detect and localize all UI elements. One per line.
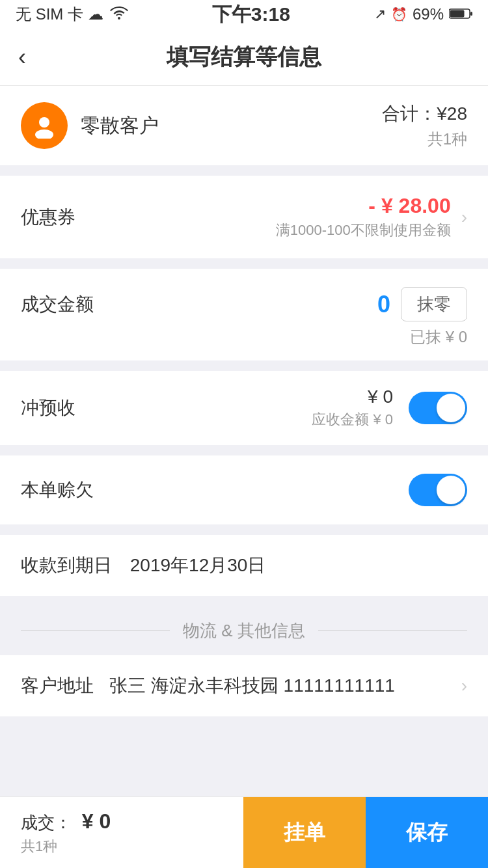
page-title: 填写结算等信息: [167, 42, 321, 72]
bottom-bar: 成交： ¥ 0 共1种 挂单 保存: [0, 796, 488, 868]
address-chevron-icon: ›: [461, 675, 467, 696]
save-button[interactable]: 保存: [366, 797, 488, 869]
deal-row: 成交金额 0 抹零: [0, 269, 488, 327]
debt-section: 本单赊欠: [0, 455, 488, 524]
alarm-icon: ⏰: [391, 7, 407, 22]
prepay-toggle[interactable]: [409, 392, 467, 424]
bottom-count: 共1种: [21, 837, 223, 856]
due-date-label: 收款到期日: [21, 555, 112, 575]
coupon-section: 优惠券 - ¥ 28.00 满1000-100不限制使用金额 ›: [0, 176, 488, 258]
bottom-deal-label: 成交：: [21, 813, 72, 832]
svg-point-3: [39, 117, 49, 128]
customer-left: 零散客户: [21, 102, 159, 149]
debt-toggle[interactable]: [409, 474, 467, 506]
bottom-deal-amount: ¥ 0: [82, 809, 111, 833]
logistics-section-header: 物流 & 其他信息: [0, 606, 488, 655]
deal-label: 成交金额: [21, 292, 94, 317]
deal-section: 成交金额 0 抹零 已抹 ¥ 0: [0, 269, 488, 360]
svg-rect-1: [450, 10, 464, 18]
status-time: 下午3:18: [212, 1, 290, 28]
wifi-icon: [110, 5, 128, 23]
sim-label: 无 SIM 卡 ☁: [16, 4, 103, 25]
customer-name: 零散客户: [81, 113, 159, 139]
battery-icon: [449, 5, 472, 23]
location-icon: ↗: [374, 6, 386, 23]
due-date-value: 2019年12月30日: [130, 555, 266, 575]
hold-button[interactable]: 挂单: [243, 797, 366, 869]
prepay-right: ¥ 0 应收金额 ¥ 0: [312, 387, 467, 429]
status-left: 无 SIM 卡 ☁: [16, 4, 128, 25]
deal-amount-value[interactable]: 0: [377, 291, 390, 318]
bottom-summary: 成交： ¥ 0 共1种: [0, 809, 243, 856]
avatar: [21, 102, 68, 149]
nav-bar: ‹ 填写结算等信息: [0, 29, 488, 86]
prepay-info: ¥ 0 应收金额 ¥ 0: [312, 387, 393, 429]
coupon-row[interactable]: 优惠券 - ¥ 28.00 满1000-100不限制使用金额 ›: [0, 176, 488, 258]
coupon-desc: 满1000-100不限制使用金额: [276, 221, 451, 240]
coupon-value: - ¥ 28.00: [276, 194, 451, 218]
address-section[interactable]: 客户地址 张三 海淀永丰科技园 11111111111 ›: [0, 655, 488, 716]
svg-point-4: [35, 129, 53, 139]
total-count: 共1种: [382, 129, 467, 150]
logistics-label: 物流 & 其他信息: [183, 619, 305, 642]
coupon-right: - ¥ 28.00 满1000-100不限制使用金额 ›: [276, 194, 467, 240]
prepay-amount: ¥ 0: [312, 387, 393, 407]
total-amount: 合计：¥28: [382, 102, 467, 126]
status-right: ↗ ⏰ 69%: [374, 5, 472, 23]
address-label: 客户地址: [21, 673, 94, 698]
status-bar: 无 SIM 卡 ☁ 下午3:18 ↗ ⏰ 69%: [0, 0, 488, 29]
prepay-row: 冲预收 ¥ 0 应收金额 ¥ 0: [0, 371, 488, 445]
back-button[interactable]: ‹: [18, 44, 26, 71]
deal-sub: 已抹 ¥ 0: [0, 327, 488, 360]
customer-row: 零散客户 合计：¥28 共1种: [0, 86, 488, 165]
customer-total: 合计：¥28 共1种: [382, 102, 467, 150]
round-zero-button[interactable]: 抹零: [401, 287, 467, 321]
coupon-chevron-icon: ›: [461, 207, 467, 228]
debt-label: 本单赊欠: [21, 478, 94, 502]
prepay-sub: 应收金额 ¥ 0: [312, 410, 393, 429]
svg-rect-2: [470, 12, 472, 16]
coupon-info: - ¥ 28.00 满1000-100不限制使用金额: [276, 194, 451, 240]
address-value: 张三 海淀永丰科技园 11111111111: [109, 673, 461, 698]
deal-right: 0 抹零: [377, 287, 467, 321]
content: 零散客户 合计：¥28 共1种 优惠券 - ¥ 28.00 满1000-100不…: [0, 86, 488, 805]
battery-percent: 69%: [413, 5, 444, 23]
prepay-label: 冲预收: [21, 396, 75, 420]
due-date-section: 收款到期日 2019年12月30日: [0, 535, 488, 596]
coupon-label: 优惠券: [21, 205, 75, 230]
prepay-section: 冲预收 ¥ 0 应收金额 ¥ 0: [0, 371, 488, 445]
bottom-deal-row: 成交： ¥ 0: [21, 809, 223, 834]
